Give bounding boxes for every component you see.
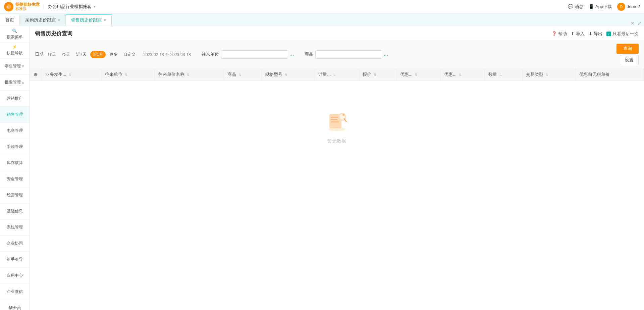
col-unit-code[interactable]: 往来单位 ⇅ (102, 69, 155, 81)
top-bar: 6 畅捷信好生意 标准版 办公用品行业模拟账套 ▼ 💬 消息 📱 App下载 D… (0, 0, 644, 13)
page-header: 销售历史价查询 ❓ 帮助 ⬆ 导入 ⬇ 导出 只看最后一次 (30, 26, 644, 40)
logo-area: 6 畅捷信好生意 标准版 (4, 2, 40, 11)
logo-icon: 6 (4, 2, 13, 11)
checkbox-checked-icon (606, 32, 611, 36)
sidebar-item-sales-mgmt[interactable]: 销售管理 (0, 107, 29, 123)
sidebar-item-member[interactable]: 畅会员 (0, 300, 29, 310)
sidebar-item-wholesale-mgmt[interactable]: 批发管理 ▲ (0, 74, 29, 91)
download-icon: 📱 (589, 4, 594, 9)
col-quote[interactable]: 报价 ⇅ (359, 69, 396, 81)
goods-filter-group: 商品 ... (305, 50, 388, 59)
empty-state: 暂无数据 (30, 81, 644, 171)
date-buttons: 昨天 今天 近7天 近1月 更多 自定义 (46, 51, 138, 58)
sidebar-item-system-mgmt[interactable]: 系统管理 (0, 219, 29, 236)
date-filter-label: 日期 (35, 51, 44, 57)
col-unit-name[interactable]: 往来单位名称 ⇅ (155, 69, 224, 81)
sidebar-item-app-center[interactable]: 应用中心 (0, 268, 29, 284)
tab-close-all-btn[interactable]: ✕ (631, 20, 635, 26)
tab-bar-right: ✕ ⤢ (631, 20, 644, 26)
table-wrapper: ⚙ 业务发生... ⇅ 往来单位 ⇅ 往来单位名称 ⇅ (30, 69, 644, 310)
export-action[interactable]: ⬇ 导出 (589, 31, 602, 37)
goods-dots[interactable]: ... (384, 51, 388, 57)
chevron-down-icon: ▼ (93, 5, 96, 8)
sidebar-item-new-guide[interactable]: 新手引导 (0, 252, 29, 268)
sidebar-item-quick-nav[interactable]: ⚡ 快捷导航 (0, 42, 29, 58)
date-range-display: 2023-02-18 至 2023-03-18 (143, 51, 191, 58)
col-pre-tax-price[interactable]: 优惠前无税单价 (576, 69, 644, 81)
unit-input[interactable] (221, 50, 288, 59)
tab-home[interactable]: 首页 (0, 14, 20, 26)
user-action[interactable]: D demo2 (617, 3, 640, 11)
date-btn-custom[interactable]: 自定义 (121, 51, 138, 58)
sidebar-item-enterprise-wechat[interactable]: 企业微信 (0, 284, 29, 300)
unit-filter-group: 往来单位 ... (202, 50, 294, 59)
tab-purchase-history[interactable]: 采购历史价跟踪 × (20, 14, 66, 26)
sidebar-item-finance-mgmt[interactable]: 资金管理 (0, 171, 29, 187)
col-settings[interactable]: ⚙ (30, 69, 42, 81)
col-spec[interactable]: 规格型号 ⇅ (262, 69, 315, 81)
date-btn-last1m[interactable]: 近1月 (90, 51, 106, 58)
help-action[interactable]: ❓ 帮助 (551, 31, 567, 37)
col-discount2[interactable]: 优惠... ⇅ (441, 69, 485, 81)
sidebar-item-search-menu[interactable]: 🔍 搜索菜单 (0, 26, 29, 42)
sidebar-item-ecom-mgmt[interactable]: 电商管理 (0, 123, 29, 139)
tab-purchase-history-close[interactable]: × (58, 18, 60, 22)
only-last-checkbox[interactable]: 只看最后一次 (606, 31, 639, 37)
unit-dots[interactable]: ... (289, 51, 294, 57)
export-icon: ⬇ (589, 31, 592, 36)
import-icon: ⬆ (571, 31, 575, 36)
sort-arrows-spec: ⇅ (285, 73, 287, 76)
settings-button[interactable]: 设置 (620, 55, 639, 65)
top-bar-right: 💬 消息 📱 App下载 D demo2 (568, 3, 640, 11)
search-icon: 🔍 (12, 29, 17, 34)
tab-maximize-btn[interactable]: ⤢ (637, 20, 641, 26)
filter-bar: 日期 昨天 今天 近7天 近1月 更多 自定义 2023-02-18 至 202… (30, 40, 644, 69)
date-btn-last7[interactable]: 近7天 (74, 51, 89, 58)
date-btn-today[interactable]: 今天 (60, 51, 72, 58)
sort-arrows-quote: ⇅ (374, 73, 376, 76)
chevron-up-icon: ▲ (21, 80, 25, 85)
date-btn-more[interactable]: 更多 (107, 51, 120, 58)
logo-text: 畅捷信好生意 标准版 (15, 2, 40, 11)
message-action[interactable]: 💬 消息 (568, 4, 583, 10)
goods-input[interactable] (315, 50, 382, 59)
svg-rect-6 (331, 121, 339, 122)
table-header-row: ⚙ 业务发生... ⇅ 往来单位 ⇅ 往来单位名称 ⇅ (30, 69, 644, 81)
sidebar-item-enterprise-cooperation[interactable]: 企业协同 (0, 236, 29, 252)
page-actions: ❓ 帮助 ⬆ 导入 ⬇ 导出 只看最后一次 (551, 31, 639, 37)
sidebar-item-purchase-mgmt[interactable]: 采购管理 (0, 139, 29, 155)
sort-arrows-goods: ⇅ (238, 73, 241, 76)
import-action[interactable]: ⬆ 导入 (571, 31, 585, 37)
col-discount1[interactable]: 优惠... ⇅ (396, 69, 441, 81)
date-filter-group: 日期 昨天 今天 近7天 近1月 更多 自定义 (35, 51, 138, 58)
col-goods[interactable]: 商品 ⇅ (224, 69, 262, 81)
col-trade-type[interactable]: 交易类型 ⇅ (522, 69, 576, 81)
help-icon: ❓ (551, 31, 557, 36)
empty-icon (323, 107, 350, 134)
sidebar-item-basic-info[interactable]: 基础信息 (0, 203, 29, 219)
goods-filter-label: 商品 (305, 51, 313, 57)
tab-sales-history[interactable]: 销售历史价跟踪 × (66, 14, 112, 26)
col-quantity[interactable]: 数量 ⇅ (485, 69, 522, 81)
sidebar-item-operation-mgmt[interactable]: 经营管理 (0, 187, 29, 203)
app-selector[interactable]: 办公用品行业模拟账套 ▼ (44, 4, 96, 10)
gear-icon: ⚙ (34, 72, 38, 77)
svg-rect-5 (331, 119, 337, 120)
col-unit[interactable]: 计量... ⇅ (315, 69, 359, 81)
sidebar-item-marketing[interactable]: 营销推广 (0, 91, 29, 107)
filter-right-actions: 查询 设置 (616, 44, 639, 65)
data-table: ⚙ 业务发生... ⇅ 往来单位 ⇅ 往来单位名称 ⇅ (30, 69, 644, 81)
sidebar: 🔍 搜索菜单 ⚡ 快捷导航 零售管理 ▼ 批发管理 ▲ 营销推广 销售管理 电商… (0, 26, 30, 310)
unit-input-group: ... (221, 50, 294, 59)
col-biz-date[interactable]: 业务发生... ⇅ (42, 69, 102, 81)
query-button[interactable]: 查询 (616, 44, 639, 54)
sort-arrows-biz-date: ⇅ (68, 73, 71, 76)
tab-sales-history-close[interactable]: × (104, 18, 106, 22)
sidebar-item-retail-mgmt[interactable]: 零售管理 ▼ (0, 58, 29, 74)
date-btn-yesterday[interactable]: 昨天 (46, 51, 58, 58)
sidebar-item-inventory[interactable]: 库存核算 (0, 155, 29, 171)
sort-arrows-trade-type: ⇅ (545, 73, 548, 76)
app-download-action[interactable]: 📱 App下载 (589, 4, 612, 10)
chevron-down-icon: ▼ (21, 64, 25, 68)
nav-icon: ⚡ (12, 45, 17, 50)
